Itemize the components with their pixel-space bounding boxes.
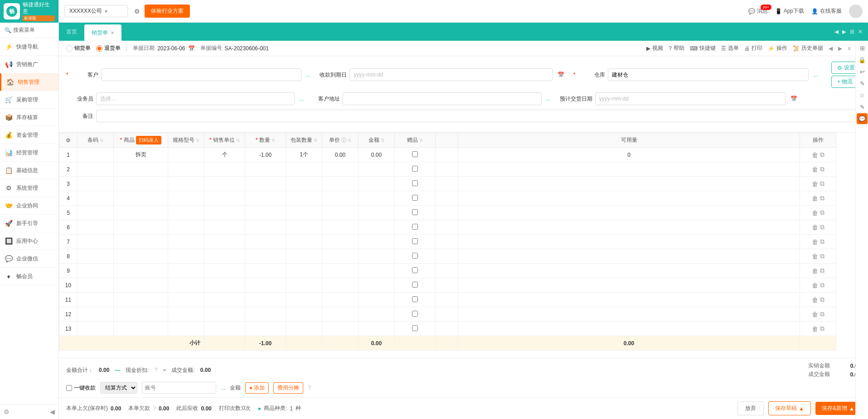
- cell-barcode[interactable]: [78, 148, 114, 162]
- salesman-input[interactable]: 选择...: [96, 92, 295, 105]
- cell-pkgqty[interactable]: [286, 191, 322, 206]
- right-panel-btn-4[interactable]: ✎: [857, 78, 868, 89]
- cell-notes[interactable]: [436, 148, 458, 162]
- gift-checkbox[interactable]: [412, 151, 418, 157]
- cell-barcode[interactable]: [78, 191, 114, 206]
- message-btn[interactable]: 💬 消息 99+: [748, 7, 768, 15]
- copy-row-btn[interactable]: ⧉: [820, 325, 824, 332]
- cell-qty[interactable]: [245, 307, 286, 322]
- save-new-arrow[interactable]: ▲: [849, 405, 854, 412]
- cell-unit[interactable]: [204, 206, 245, 220]
- cell-notes[interactable]: [436, 191, 458, 206]
- cell-qty[interactable]: [245, 162, 286, 177]
- delete-row-btn[interactable]: 🗑: [812, 310, 818, 318]
- sidebar-search[interactable]: 🔍 搜索菜单: [0, 23, 58, 38]
- cell-barcode[interactable]: [78, 322, 114, 336]
- copy-row-btn[interactable]: ⧉: [820, 281, 824, 289]
- sidebar-item-purchase[interactable]: 🛒 采购管理: [0, 91, 58, 109]
- cell-spec[interactable]: [168, 278, 204, 293]
- print-action[interactable]: 🖨 打印: [744, 44, 762, 52]
- cell-qty[interactable]: [245, 206, 286, 220]
- cell-unit[interactable]: [204, 162, 245, 177]
- cell-amount[interactable]: [359, 235, 395, 249]
- cell-amount[interactable]: [359, 307, 395, 322]
- cell-notes[interactable]: [436, 220, 458, 235]
- right-panel-btn-7[interactable]: 💬: [857, 113, 868, 124]
- cell-notes[interactable]: [436, 162, 458, 177]
- cell-pkgqty[interactable]: [286, 278, 322, 293]
- help-action[interactable]: ? 帮助: [669, 44, 684, 52]
- customer-addr-dots[interactable]: ...: [546, 96, 551, 102]
- cell-amount[interactable]: [359, 177, 395, 191]
- copy-row-btn[interactable]: ⧉: [820, 165, 824, 173]
- cell-amount[interactable]: [359, 278, 395, 293]
- cell-notes[interactable]: [436, 293, 458, 307]
- cell-qty[interactable]: [245, 264, 286, 278]
- save-new-btn[interactable]: 保存&新增 ▲: [815, 402, 861, 415]
- cell-gift[interactable]: [395, 206, 436, 220]
- radio-return[interactable]: 退货单: [96, 44, 121, 52]
- app-download-btn[interactable]: 📱 App下载: [775, 7, 804, 15]
- expected-date-calendar-icon[interactable]: 📅: [790, 96, 797, 102]
- copy-row-btn[interactable]: ⧉: [820, 223, 824, 231]
- receipt-date-calendar-icon[interactable]: 📅: [558, 72, 564, 78]
- one-click-pay-check[interactable]: [66, 385, 72, 391]
- cell-pkgqty[interactable]: [286, 177, 322, 191]
- gift-checkbox[interactable]: [412, 267, 418, 273]
- cell-amount[interactable]: [359, 264, 395, 278]
- cell-unit[interactable]: [204, 264, 245, 278]
- cell-gift[interactable]: [395, 177, 436, 191]
- cell-unit[interactable]: [204, 322, 245, 336]
- sidebar-item-quick-nav[interactable]: ⚡ 快捷导航: [0, 38, 58, 56]
- cell-notes[interactable]: [436, 177, 458, 191]
- cell-gift[interactable]: [395, 162, 436, 177]
- company-selector[interactable]: XXXXXX公司 ▾: [64, 5, 128, 17]
- cell-barcode[interactable]: [78, 162, 114, 177]
- cell-pkgqty[interactable]: [286, 206, 322, 220]
- nav-next-icon[interactable]: ▶: [838, 45, 842, 52]
- customer-addr-input[interactable]: [343, 92, 541, 105]
- settings-gear-icon[interactable]: ⚙: [134, 8, 140, 15]
- cell-product[interactable]: [114, 293, 168, 307]
- right-panel-btn-6[interactable]: ✎: [857, 101, 868, 112]
- salesman-dots[interactable]: ...: [299, 96, 304, 102]
- sidebar-item-system[interactable]: ⚙ 系统管理: [0, 179, 58, 197]
- cell-unit[interactable]: [204, 177, 245, 191]
- user-avatar[interactable]: [849, 5, 863, 18]
- cell-pkgqty[interactable]: [286, 235, 322, 249]
- right-panel-btn-5[interactable]: ☆: [857, 90, 868, 101]
- cell-spec[interactable]: [168, 148, 204, 162]
- cell-price[interactable]: [322, 235, 359, 249]
- one-click-pay-checkbox[interactable]: 一键收款: [66, 384, 96, 392]
- cell-price[interactable]: [322, 307, 359, 322]
- cell-barcode[interactable]: [78, 235, 114, 249]
- tab-grid-icon[interactable]: ⊞: [850, 29, 854, 35]
- cell-qty[interactable]: [245, 235, 286, 249]
- cell-product[interactable]: [114, 264, 168, 278]
- cell-amount[interactable]: [359, 191, 395, 206]
- cell-spec[interactable]: [168, 293, 204, 307]
- cell-spec[interactable]: [168, 307, 204, 322]
- sidebar-item-cooperation[interactable]: 🤝 企业协同: [0, 197, 58, 215]
- delete-row-btn[interactable]: 🗑: [812, 223, 818, 231]
- copy-row-btn[interactable]: ⧉: [820, 209, 824, 217]
- cell-gift[interactable]: [395, 264, 436, 278]
- list-view-icon[interactable]: ≡: [848, 45, 851, 52]
- tab-next-icon[interactable]: ▶: [842, 29, 846, 35]
- cell-qty[interactable]: [245, 220, 286, 235]
- delete-row-btn[interactable]: 🗑: [812, 194, 818, 202]
- cell-product[interactable]: [114, 177, 168, 191]
- cell-spec[interactable]: [168, 249, 204, 264]
- cell-amount[interactable]: [359, 249, 395, 264]
- cell-qty[interactable]: -1.00: [245, 148, 286, 162]
- cell-gift[interactable]: [395, 293, 436, 307]
- col-settings-header[interactable]: ⚙: [59, 133, 78, 148]
- delete-row-btn[interactable]: 🗑: [812, 252, 818, 260]
- cell-price[interactable]: [322, 249, 359, 264]
- cell-amount[interactable]: [359, 220, 395, 235]
- cell-qty[interactable]: [245, 293, 286, 307]
- cell-gift[interactable]: [395, 278, 436, 293]
- copy-row-btn[interactable]: ⧉: [820, 194, 824, 202]
- tab-prev-icon[interactable]: ◀: [834, 29, 839, 35]
- gift-checkbox[interactable]: [412, 195, 418, 201]
